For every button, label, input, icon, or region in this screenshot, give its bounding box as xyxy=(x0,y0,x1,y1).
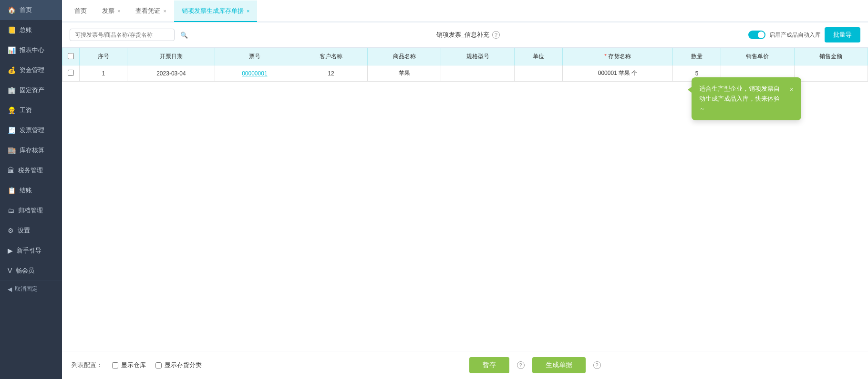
th-checkbox xyxy=(62,48,80,65)
tab-voucher-label: 查看凭证 xyxy=(135,7,160,15)
sidebar-item-wage[interactable]: 👷 工资 xyxy=(0,100,62,120)
sidebar: 🏠 首页 📒 总账 📊 报表中心 💰 资金管理 🏢 固定资产 👷 工资 🧾 发票… xyxy=(0,0,62,379)
settle-icon: 📋 xyxy=(8,187,16,194)
th-unit: 单位 xyxy=(515,48,562,65)
sidebar-item-label: 畅会员 xyxy=(16,266,34,275)
sidebar-item-label: 发票管理 xyxy=(20,126,44,135)
archive-icon: 🗂 xyxy=(8,207,14,214)
th-amount: 销售金额 xyxy=(794,48,868,65)
th-qty: 数量 xyxy=(673,48,721,65)
row-inventory: 000001 苹果 个 xyxy=(562,65,673,82)
stock-icon: 🏬 xyxy=(8,147,16,154)
tab-stockreceipt-label: 销项发票生成库存单据 xyxy=(182,7,244,15)
tab-stockreceipt[interactable]: 销项发票生成库存单据 × xyxy=(174,0,257,22)
close-voucher-icon[interactable]: × xyxy=(163,8,166,14)
th-customer: 客户名称 xyxy=(294,48,368,65)
sidebar-item-label: 税务管理 xyxy=(18,166,43,175)
sidebar-item-settings[interactable]: ⚙ 设置 xyxy=(0,221,62,241)
tab-invoice-label: 发票 xyxy=(102,7,114,15)
sidebar-item-guide[interactable]: ▶ 新手引导 xyxy=(0,241,62,261)
sidebar-item-label: 首页 xyxy=(20,6,32,14)
data-table: 序号 开票日期 票号 客户名称 商品名称 规格型号 单位 存货名称 数量 销售单… xyxy=(62,48,868,82)
sidebar-item-fixed[interactable]: 🏢 固定资产 xyxy=(0,80,62,100)
toolbar-center: 销项发票_信息补充 ? xyxy=(194,31,743,39)
show-warehouse-label: 显示仓库 xyxy=(121,361,146,369)
bottom-center: 暂存 ? 生成单据 ? xyxy=(211,357,858,373)
th-spec: 规格型号 xyxy=(441,48,515,65)
content-area: 🔍 销项发票_信息补充 ? 启用产成品自动入库 批量导 序号 xyxy=(62,22,868,379)
th-ticketno: 票号 xyxy=(215,48,294,65)
show-warehouse-checkbox[interactable] xyxy=(112,362,118,368)
row-date: 2023-03-04 xyxy=(127,65,215,82)
th-unitprice: 销售单价 xyxy=(721,48,794,65)
tooltip-close-icon[interactable]: × xyxy=(790,84,794,95)
row-unit xyxy=(515,65,562,82)
sidebar-item-report[interactable]: 📊 报表中心 xyxy=(0,40,62,60)
list-config-label: 列表配置： xyxy=(72,361,103,369)
tab-bar: 首页 发票 × 查看凭证 × 销项发票生成库存单据 × xyxy=(62,0,868,22)
home-icon: 🏠 xyxy=(8,6,16,14)
sidebar-item-home[interactable]: 🏠 首页 xyxy=(0,0,62,20)
sidebar-item-label: 库存核算 xyxy=(20,146,44,155)
tooltip-popup: × 适合生产型企业，销项发票自动生成产成品入库，快来体验～ xyxy=(692,77,801,120)
search-input[interactable] xyxy=(70,29,175,41)
row-seq: 1 xyxy=(80,65,127,82)
sidebar-item-vip[interactable]: V 畅会员 xyxy=(0,261,62,281)
sidebar-item-label: 归档管理 xyxy=(18,206,43,215)
batch-button[interactable]: 批量导 xyxy=(825,27,860,42)
sidebar-item-label: 资金管理 xyxy=(20,66,44,74)
show-warehouse-group[interactable]: 显示仓库 xyxy=(112,361,146,369)
sidebar-item-archive[interactable]: 🗂 归档管理 xyxy=(0,200,62,221)
tab-home[interactable]: 首页 xyxy=(67,0,94,22)
sidebar-item-settle[interactable]: 📋 结账 xyxy=(0,180,62,200)
row-checkbox[interactable] xyxy=(68,70,74,76)
vip-icon: V xyxy=(8,267,12,274)
toggle-label: 启用产成品自动入库 xyxy=(769,31,821,39)
row-ticketno[interactable]: 00000001 xyxy=(215,65,294,82)
show-category-label: 显示存货分类 xyxy=(165,361,202,369)
show-category-group[interactable]: 显示存货分类 xyxy=(155,361,202,369)
sidebar-item-stock[interactable]: 🏬 库存核算 xyxy=(0,140,62,160)
show-category-checkbox[interactable] xyxy=(155,362,162,368)
close-stockreceipt-icon[interactable]: × xyxy=(247,8,249,14)
toolbar-help-icon[interactable]: ? xyxy=(492,31,500,39)
sidebar-item-invoice[interactable]: 🧾 发票管理 xyxy=(0,120,62,140)
sidebar-item-label: 报表中心 xyxy=(20,46,44,54)
generate-button[interactable]: 生成单据 xyxy=(532,357,586,373)
sidebar-item-tax[interactable]: 🏛 税务管理 xyxy=(0,160,62,180)
tab-home-label: 首页 xyxy=(74,7,87,15)
tab-invoice[interactable]: 发票 × xyxy=(94,0,128,22)
pin-icon: ◀ xyxy=(8,286,12,293)
toolbar: 🔍 销项发票_信息补充 ? 启用产成品自动入库 批量导 xyxy=(62,22,868,48)
invoice-icon: 🧾 xyxy=(8,126,16,134)
tax-icon: 🏛 xyxy=(8,167,14,174)
sidebar-item-label: 结账 xyxy=(20,186,32,195)
close-invoice-icon[interactable]: × xyxy=(117,8,120,14)
select-all-checkbox[interactable] xyxy=(68,53,74,59)
search-icon[interactable]: 🔍 xyxy=(180,32,188,39)
auto-warehouse-toggle[interactable] xyxy=(748,31,765,39)
bottom-bar: 列表配置： 显示仓库 显示存货分类 暂存 ? 生成单据 ? xyxy=(62,351,868,379)
save-help-icon[interactable]: ? xyxy=(517,361,525,369)
sidebar-item-label: 总账 xyxy=(20,26,32,34)
fixed-icon: 🏢 xyxy=(8,86,16,94)
generate-help-icon[interactable]: ? xyxy=(593,361,601,369)
sidebar-item-ledger[interactable]: 📒 总账 xyxy=(0,20,62,40)
row-customer: 12 xyxy=(294,65,368,82)
row-spec xyxy=(441,65,515,82)
tab-voucher[interactable]: 查看凭证 × xyxy=(128,0,174,22)
info-label: 销项发票_信息补充 xyxy=(436,31,489,39)
save-button[interactable]: 暂存 xyxy=(469,357,509,373)
tooltip-text: 适合生产型企业，销项发票自动生成产成品入库，快来体验～ xyxy=(699,85,780,112)
report-icon: 📊 xyxy=(8,46,16,54)
pin-area[interactable]: ◀ 取消固定 xyxy=(0,281,62,297)
sidebar-item-fund[interactable]: 💰 资金管理 xyxy=(0,60,62,80)
row-product: 苹果 xyxy=(368,65,441,82)
toolbar-right: 启用产成品自动入库 批量导 xyxy=(748,27,860,42)
main-area: 首页 发票 × 查看凭证 × 销项发票生成库存单据 × 🔍 销项发票_信息补充 … xyxy=(62,0,868,379)
sidebar-item-label: 设置 xyxy=(18,226,30,235)
pin-label: 取消固定 xyxy=(15,285,38,293)
th-seq: 序号 xyxy=(80,48,127,65)
th-product: 商品名称 xyxy=(368,48,441,65)
sidebar-item-label: 固定资产 xyxy=(20,86,44,95)
